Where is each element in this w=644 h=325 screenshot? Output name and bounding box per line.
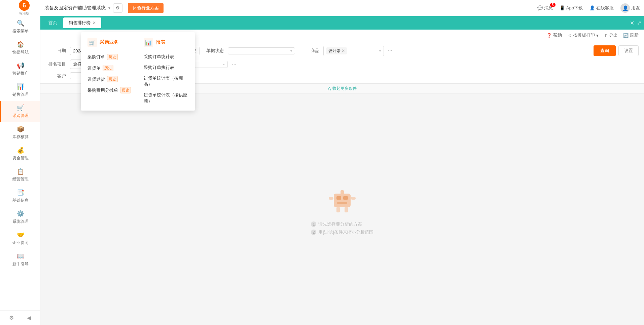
report-col-icon: 📊: [144, 38, 153, 47]
sidebar-settings-button[interactable]: ⚙: [9, 315, 14, 321]
online-service-button[interactable]: 👤 在线客服: [589, 5, 614, 11]
avatar: 👤: [620, 3, 630, 13]
tab-bar-right: ✕ ⤢: [630, 20, 641, 26]
header-right: 💬 消息 5 📱 App下载 👤 在线客服 👤 用友: [537, 3, 640, 13]
tab-bar-close-icon[interactable]: ✕: [630, 20, 634, 26]
tab-close-icon[interactable]: ✕: [93, 21, 96, 25]
tab-home[interactable]: 首页: [43, 17, 63, 28]
sidebar-item-sales[interactable]: 📊 销售管理: [0, 80, 40, 101]
tab-sales-rank[interactable]: 销售排行榜 ✕: [63, 17, 101, 28]
goods-tag-close-icon[interactable]: ✕: [342, 48, 345, 53]
salesperson-arrow-icon: ▾: [223, 63, 225, 66]
sidebar-item-inventory[interactable]: 📦 库存核算: [0, 122, 40, 143]
history-badge: 历史: [120, 87, 131, 93]
user-menu-button[interactable]: 👤 用友: [620, 3, 640, 13]
dropdown-item-return[interactable]: 进货退货 历史: [85, 74, 135, 85]
date-label: 日期: [46, 48, 66, 54]
export-icon: ⬆: [604, 33, 608, 38]
industry-button[interactable]: 体验行业方案: [128, 3, 164, 13]
message-badge: 5: [550, 3, 556, 7]
dropdown-item-purchase-order[interactable]: 采购订单 历史: [85, 51, 135, 63]
message-button[interactable]: 💬 消息 5: [537, 5, 553, 11]
customer-label: 客户: [46, 73, 66, 79]
svg-rect-0: [334, 194, 351, 207]
collapse-up-icon: ⋀: [328, 86, 331, 91]
purchase-col-header: 🛒 采购业务: [85, 36, 135, 50]
refresh-icon: 🔄: [623, 33, 629, 38]
empty-text: 1 请先选择要分析的方案 2 用[过滤]条件来缩小分析范围: [311, 221, 373, 235]
print-icon: 🖨: [567, 33, 572, 38]
guide-icon: 📖: [17, 252, 24, 260]
purchase-col-icon: 🛒: [87, 38, 97, 47]
logo-text: 标准版: [19, 11, 29, 16]
history-badge: 历史: [107, 54, 118, 60]
svg-rect-1: [336, 196, 341, 200]
home-icon: 🏠: [17, 41, 24, 48]
dropdown-item-incoming-supplier[interactable]: 进货单统计表（按供应商）: [141, 90, 191, 107]
doc-status-arrow-icon: ▾: [290, 49, 292, 53]
svg-rect-7: [336, 207, 340, 212]
sidebar-item-finance[interactable]: 💰 资金管理: [0, 143, 40, 164]
empty-tip-2: 2 用[过滤]条件来缩小分析范围: [311, 229, 373, 235]
dropdown-purchase-col: 🛒 采购业务 采购订单 历史 进货单 历史 进货退货 历史: [85, 36, 135, 107]
content-area: 首页 销售排行榜 ✕ ✕ ⤢ ❓ 帮助 🖨 按模板打印 ▾ ⬆: [40, 16, 644, 325]
dropdown-item-incoming-goods[interactable]: 进货单统计表（按商品）: [141, 73, 191, 90]
operation-icon: 📋: [17, 168, 24, 175]
dropdown-item-expense[interactable]: 采购费用分摊单 历史: [85, 85, 135, 96]
dropdown-report-col: 📊 报表 采购订单统计表 采购订单执行表 进货单统计表（按商品） 进货单统计表（…: [141, 36, 191, 107]
print-arrow-icon[interactable]: ▾: [596, 33, 599, 38]
system-title: 装备及固定资产辅助管理系统: [44, 5, 106, 11]
sidebar-collapse-button[interactable]: ◀: [27, 315, 31, 321]
logo-icon: 6: [19, 0, 30, 11]
sidebar-item-guide[interactable]: 📖 新手引导: [0, 249, 40, 270]
history-badge: 历史: [107, 76, 118, 82]
svg-rect-6: [351, 197, 356, 200]
dropdown-item-order-stat[interactable]: 采购订单统计表: [141, 51, 191, 62]
help-button[interactable]: ❓ 帮助: [546, 32, 562, 38]
search-button[interactable]: 查询: [594, 45, 616, 56]
doc-status-select[interactable]: ▾: [228, 47, 295, 54]
salesperson-more-icon[interactable]: ···: [232, 61, 236, 67]
sidebar-item-system[interactable]: ⚙️ 系统管理: [0, 207, 40, 228]
main-layout: 🔍 搜索菜单 🏠 快捷导航 📢 营销推广 📊 销售管理 🛒 采购管理 📦 库存核…: [0, 16, 644, 325]
dropdown-item-incoming[interactable]: 进货单 历史: [85, 63, 135, 74]
dropdown-item-order-exec[interactable]: 采购订单执行表: [141, 62, 191, 73]
system-title-area: 装备及固定资产辅助管理系统 ▾ ⚙ 体验行业方案: [44, 3, 537, 13]
sidebar-item-basic[interactable]: 📑 基础信息: [0, 186, 40, 207]
help-icon: ❓: [546, 33, 552, 38]
svg-rect-4: [341, 190, 344, 194]
title-arrow-icon[interactable]: ▾: [108, 6, 110, 10]
app-download-button[interactable]: 📱 App下载: [560, 5, 583, 11]
tab-bar: 首页 销售排行榜 ✕ ✕ ⤢: [40, 16, 644, 30]
marketing-icon: 📢: [17, 62, 24, 69]
goods-more-icon[interactable]: ···: [388, 48, 392, 54]
top-header: 6 标准版 装备及固定资产辅助管理系统 ▾ ⚙ 体验行业方案 💬 消息 5 📱 …: [0, 0, 644, 16]
doc-status-label: 单据状态: [204, 48, 224, 54]
divider: [138, 38, 138, 105]
rank-label: 排名项目: [46, 61, 66, 67]
sales-icon: 📊: [17, 83, 24, 90]
corp-icon: 🤝: [17, 231, 24, 239]
message-icon: 💬: [537, 5, 543, 10]
settings-icon-button[interactable]: ⚙: [113, 3, 122, 13]
tab-bar-expand-icon[interactable]: ⤢: [637, 20, 641, 26]
empty-state: 1 请先选择要分析的方案 2 用[过滤]条件来缩小分析范围: [40, 94, 644, 325]
report-col-header: 📊 报表: [141, 36, 191, 50]
sidebar-item-marketing[interactable]: 📢 营销推广: [0, 58, 40, 80]
sidebar-item-nav[interactable]: 🏠 快捷导航: [0, 37, 40, 58]
sidebar-item-operation[interactable]: 📋 经营管理: [0, 164, 40, 186]
phone-icon: 📱: [560, 5, 565, 10]
export-button[interactable]: ⬆ 导出: [604, 32, 618, 38]
dropdown-cols: 🛒 采购业务 采购订单 历史 进货单 历史 进货退货 历史: [81, 36, 195, 107]
sidebar-item-purchase[interactable]: 🛒 采购管理: [0, 101, 40, 122]
sidebar-item-search[interactable]: 🔍 搜索菜单: [0, 16, 40, 37]
svg-rect-5: [329, 197, 333, 200]
sidebar-item-corp[interactable]: 🤝 企业协同: [0, 228, 40, 249]
goods-label: 商品: [299, 48, 319, 54]
print-button[interactable]: 🖨 按模板打印 ▾: [567, 32, 599, 38]
refresh-button[interactable]: 🔄 刷新: [623, 32, 639, 38]
goods-select[interactable]: 设计素 ✕ ▾: [323, 46, 384, 56]
sidebar-bottom: ⚙ ◀: [0, 310, 40, 325]
filter-settings-button[interactable]: 设置: [618, 45, 639, 56]
service-icon: 👤: [589, 5, 595, 10]
